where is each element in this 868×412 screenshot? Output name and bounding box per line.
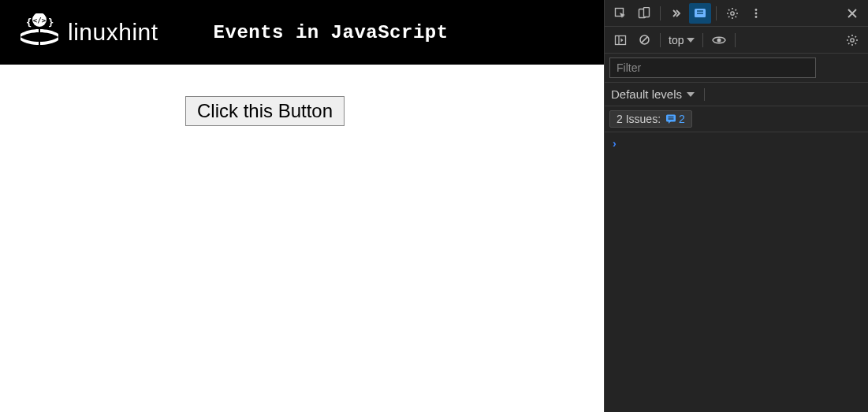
svg-point-13 [755, 12, 758, 14]
svg-point-11 [731, 11, 734, 14]
console-prompt-caret-icon: › [611, 137, 617, 150]
svg-text:}: } [48, 17, 54, 28]
settings-gear-icon[interactable] [721, 3, 743, 24]
kebab-menu-icon[interactable] [745, 3, 767, 24]
issues-row: 2 Issues: 2 [605, 106, 868, 132]
site-logo: { } </> linuxhint [16, 13, 158, 51]
message-icon [665, 113, 676, 124]
device-toggle-icon[interactable] [633, 3, 655, 24]
separator [660, 6, 661, 20]
console-toolbar: top [605, 27, 868, 54]
linuxhint-logo-icon: { } </> [16, 13, 63, 51]
issues-label: 2 Issues: [617, 113, 661, 125]
page-content: { } </> linuxhint Events in JavaScript C… [0, 0, 604, 412]
page-body: Click this Button [0, 65, 604, 412]
svg-text:{: { [26, 17, 32, 28]
close-devtools-icon[interactable] [841, 3, 863, 24]
filter-row [605, 54, 868, 83]
separator [704, 88, 705, 101]
svg-rect-21 [666, 115, 676, 122]
click-this-button[interactable]: Click this Button [185, 96, 345, 126]
separator [702, 33, 703, 47]
page-header: { } </> linuxhint Events in JavaScript [0, 0, 604, 65]
more-tabs-icon[interactable] [665, 3, 687, 24]
live-expression-eye-icon[interactable] [708, 30, 730, 50]
console-output[interactable]: › [605, 132, 868, 412]
svg-point-14 [755, 16, 758, 18]
issues-count: 2 [679, 113, 685, 125]
svg-rect-7 [644, 7, 650, 17]
devtools-panel: top Default levels 2 Issues: 2 [604, 0, 868, 412]
svg-line-18 [641, 37, 647, 43]
console-settings-gear-icon[interactable] [841, 30, 863, 50]
chevron-down-icon [687, 92, 695, 97]
svg-point-12 [755, 9, 758, 11]
page-title: Events in JavaScript [214, 22, 449, 43]
separator [660, 33, 661, 47]
console-tab-icon[interactable] [689, 3, 711, 24]
levels-label: Default levels [611, 87, 682, 101]
svg-point-20 [851, 38, 854, 41]
issue-badge: 2 [665, 113, 685, 125]
filter-input[interactable] [609, 58, 816, 78]
clear-console-icon[interactable] [633, 30, 655, 50]
context-selector[interactable]: top [665, 34, 698, 46]
separator [735, 33, 736, 47]
logo-text: linuxhint [68, 19, 158, 46]
chevron-down-icon [687, 38, 695, 43]
svg-text:</>: </> [33, 17, 47, 24]
devtools-tabbar [605, 0, 868, 27]
svg-rect-15 [616, 35, 626, 44]
svg-point-19 [717, 38, 721, 42]
context-label: top [669, 34, 684, 46]
sidebar-toggle-icon[interactable] [609, 30, 631, 50]
separator [716, 6, 717, 20]
inspect-element-icon[interactable] [609, 3, 631, 24]
issues-chip[interactable]: 2 Issues: 2 [609, 110, 692, 128]
log-levels-selector[interactable]: Default levels [605, 83, 868, 106]
